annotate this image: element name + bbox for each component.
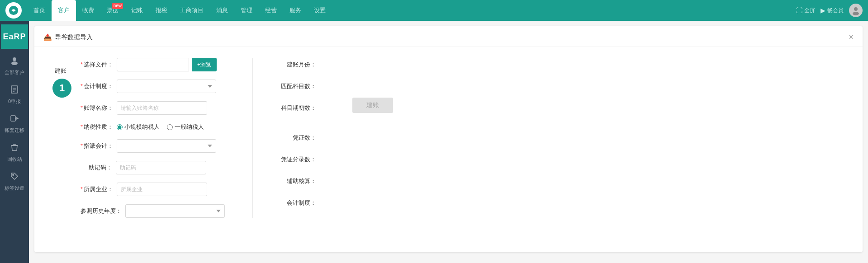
migrate-icon [10,114,19,125]
new-badge: new [112,3,123,9]
layout: EaRP 全部客户 0申报 [0,21,868,263]
general-taxpayer-radio[interactable] [167,124,173,130]
belong-company-row: *所属企业： [81,183,243,196]
history-year-select[interactable] [125,204,225,218]
belong-company-label: *所属企业： [81,185,113,193]
top-nav: 首页 客户 收费 票据 new 记账 报税 工商项目 消息 管理 经营 服务 设… [0,0,868,21]
memo-code-label: 助记码： [81,164,112,172]
ledger-name-input[interactable] [117,101,207,115]
sidebar-item-recycle[interactable]: 回收站 [0,138,29,167]
voucher-records-label: 凭证分录数： [280,155,316,164]
history-year-label: 参照历史年度： [81,207,122,215]
file-select-label: *选择文件： [81,61,113,69]
close-button[interactable]: × [849,33,854,42]
nav-message[interactable]: 消息 [210,0,234,21]
small-taxpayer-option[interactable]: 小规模纳税人 [117,123,160,131]
tax-nature-row: *纳税性质： 小规模纳税人 一般纳税人 [81,123,243,131]
history-year-row: 参照历史年度： [81,204,243,218]
avatar[interactable] [849,4,863,17]
tax-nature-group: 小规模纳税人 一般纳税人 [117,123,204,131]
voucher-records-row: 凭证分录数： [280,153,389,166]
memo-code-input[interactable] [116,161,206,174]
declaration-icon [10,85,19,96]
sidebar-logo: EaRP [1,24,28,49]
sidebar-item-migration[interactable]: 账套迁移 [0,109,29,138]
jianzhang-month-label: 建账月份： [280,61,316,69]
general-taxpayer-option[interactable]: 一般纳税人 [167,123,204,131]
voucher-count-row: 凭证数： [280,131,389,145]
form-fields: *选择文件： +浏览 *会计制度： [81,58,243,218]
svg-rect-9 [11,116,15,121]
main-content: 📥 导爷数据导入 × 建账 1 [29,21,868,263]
aux-accounting-label: 辅助核算： [280,177,316,185]
sidebar-item-tag-settings[interactable]: 标签设置 [0,167,29,196]
jianzhang-button[interactable]: 建账 [352,98,393,113]
nav-tax[interactable]: 报税 [149,0,174,21]
nav-bookkeeping[interactable]: 记账 [125,0,149,21]
subjects-initial-label: 科目期初数： [280,104,316,112]
svg-point-1 [854,7,858,11]
nav-fee[interactable]: 收费 [76,0,100,21]
sidebar-item-zero-declaration[interactable]: 0申报 [0,80,29,109]
aux-accounting-row: 辅助核算： [280,174,389,188]
assign-accountant-row: *指派会计： [81,139,243,153]
nav-right: ⛶ 全屏 ▶ 畅会员 [796,4,863,17]
small-taxpayer-radio[interactable] [117,124,123,130]
dialog-title: 📥 导爷数据导入 [43,33,93,42]
info-panel: 建账月份： 匹配科目数： 科目期初数： 建账 [262,58,389,218]
play-icon: ▶ [821,7,825,14]
ledger-name-label: *账簿名称： [81,104,113,112]
match-subjects-label: 匹配科目数： [280,82,316,90]
file-input[interactable] [117,58,189,71]
browse-button[interactable]: +浏览 [192,58,217,71]
import-icon: 📥 [43,33,52,42]
dialog-header: 📥 导爷数据导入 × [34,26,863,47]
ledger-name-row: *账簿名称： [81,101,243,115]
step-label: 建账 [55,67,66,75]
fullscreen-icon: ⛶ [796,7,802,14]
info-accounting-system-row: 会计制度： [280,196,389,210]
file-select-row: *选择文件： +浏览 [81,58,243,71]
step-circle: 1 [52,79,71,98]
accounting-system-row: *会计制度： [81,80,243,93]
accounting-system-label: *会计制度： [81,82,113,90]
voucher-count-label: 凭证数： [280,134,316,142]
nav-operation[interactable]: 经营 [259,0,283,21]
nav-customer[interactable]: 客户 [52,0,76,21]
logo[interactable] [5,2,22,19]
nav-manage[interactable]: 管理 [234,0,259,21]
assign-accountant-select[interactable] [117,139,216,153]
tax-nature-label: *纳税性质： [81,123,113,131]
info-accounting-system-label: 会计制度： [280,199,316,207]
nav-settings[interactable]: 设置 [308,0,332,21]
trash-icon [10,143,19,154]
nav-invoice[interactable]: 票据 new [100,0,125,21]
vertical-divider [252,58,253,218]
sidebar-item-all-customers[interactable]: 全部客户 [0,52,29,80]
svg-point-2 [853,12,859,15]
jianzhang-month-row: 建账月份： [280,58,389,71]
nav-items: 首页 客户 收费 票据 new 记账 报税 工商项目 消息 管理 经营 服务 设… [27,0,796,21]
match-subjects-row: 匹配科目数： [280,80,389,93]
form-left: 建账 1 *选择文件： +浏览 [52,58,243,218]
user-icon [10,56,19,67]
belong-company-input[interactable] [117,183,207,196]
tag-icon [10,172,19,183]
sidebar: EaRP 全部客户 0申报 [0,21,29,263]
fullscreen-btn[interactable]: ⛶ 全屏 [796,7,815,14]
file-input-group: +浏览 [117,58,217,71]
memo-code-row: 助记码： [81,161,243,174]
nav-business[interactable]: 工商项目 [174,0,210,21]
accounting-system-select[interactable] [117,80,216,93]
svg-point-3 [13,57,16,61]
assign-accountant-label: *指派会计： [81,142,113,150]
dialog-card: 📥 导爷数据导入 × 建账 1 [34,26,863,252]
svg-point-12 [13,174,14,175]
nav-service[interactable]: 服务 [283,0,308,21]
member-btn[interactable]: ▶ 畅会员 [821,7,844,14]
form-area: 建账 1 *选择文件： +浏览 [34,47,863,229]
svg-point-4 [11,61,18,65]
nav-home[interactable]: 首页 [27,0,52,21]
